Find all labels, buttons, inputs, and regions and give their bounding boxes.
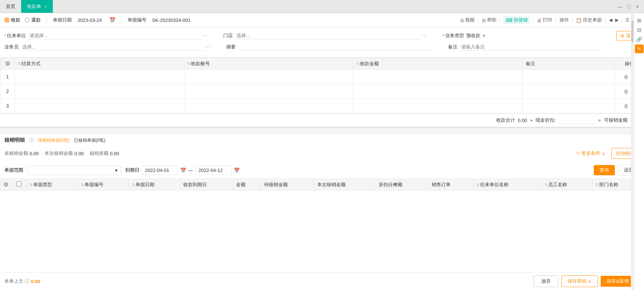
sep-4: | <box>555 17 556 23</box>
sort-settlement[interactable]: ⇅ <box>18 62 21 66</box>
row-1-account[interactable] <box>184 70 353 84</box>
th-account-label: 收款账号 <box>191 60 210 67</box>
row-2-delete-icon[interactable]: 🗑 <box>624 89 629 94</box>
data-table-section: ⚙ ⇅ 结算方式 ⇅ 收款账号 <box>0 58 644 113</box>
row-2-amount[interactable] <box>353 84 523 99</box>
history-icon: 📋 <box>576 17 582 23</box>
row-2-notes[interactable] <box>523 84 615 99</box>
store-input[interactable] <box>235 32 420 39</box>
operation-link[interactable]: 操作 <box>559 17 569 23</box>
notes-input[interactable] <box>460 43 604 51</box>
pending-tab[interactable]: 待核销单据(0笔) <box>38 137 70 144</box>
row-1-delete-icon[interactable]: 🗑 <box>624 74 629 80</box>
sort-department[interactable]: ⇅ <box>596 183 598 187</box>
operation-label: 操作 <box>559 17 569 23</box>
writeoff-info-icon[interactable]: ⓘ <box>29 137 34 144</box>
row-1-settlement[interactable] <box>15 70 184 84</box>
discount-input[interactable] <box>559 117 595 124</box>
sort-account[interactable]: ⇅ <box>187 62 190 66</box>
tab-close-icon[interactable]: × <box>45 4 47 9</box>
tab-home[interactable]: 首页 <box>0 0 21 13</box>
row-2-settlement[interactable] <box>15 84 184 99</box>
section-divider <box>0 127 644 134</box>
row-2-account[interactable] <box>184 84 353 99</box>
footer-info-icon[interactable]: ⓘ <box>25 278 30 285</box>
sort-bill-type[interactable]: ⇅ <box>30 183 32 187</box>
date-end-input[interactable] <box>195 166 232 175</box>
maximize-button[interactable]: □ <box>625 3 632 10</box>
settings-gear-icon: ⚙ <box>620 33 625 39</box>
th-counterpart-label: 往来单位名称 <box>480 181 508 188</box>
nav-right[interactable]: ▶ <box>615 17 619 23</box>
radio-refund[interactable]: 退款 <box>25 17 41 23</box>
row-1-notes[interactable] <box>523 70 615 84</box>
table-row: 1 🗑 ⊕ <box>0 70 644 84</box>
date-calendar-start[interactable]: 📅 <box>180 168 186 173</box>
current-label: 本次核销金额 <box>44 150 73 157</box>
th-settlement: ⇅ 结算方式 <box>15 58 184 70</box>
scrollbar[interactable] <box>631 13 634 290</box>
done-tab[interactable]: 已核销单据(0笔) <box>74 137 106 144</box>
sort-staff[interactable]: ⇅ <box>545 183 547 187</box>
th-current-label: 本次核销金额 <box>317 182 346 187</box>
business-type-selector[interactable]: 预收款 ▾ <box>466 32 485 39</box>
writeoff-section: 核销明细 ⓘ 待核销单据(0笔) 已核销单据(0笔) 未核销金额 0.00 本次… <box>0 134 644 272</box>
more-conditions-btn[interactable]: ▽ 更多条件 ∧ <box>576 150 605 157</box>
row-1-amount[interactable] <box>353 70 523 84</box>
sidebar-link-icon[interactable]: 🔗 <box>635 35 644 44</box>
th-due-date-label: 收款到期日 <box>183 182 207 187</box>
minimize-button[interactable]: — <box>616 3 624 10</box>
date-label: 单据日期 <box>53 17 72 23</box>
radio-receipt[interactable]: 收款 <box>4 17 20 23</box>
scrollbar-thumb[interactable] <box>631 20 633 42</box>
unverified-stat: 未核销金额 0.00 <box>4 150 39 157</box>
sidebar-edit-icon[interactable]: ✎ <box>635 44 644 53</box>
query-button[interactable]: 查询 <box>594 165 615 175</box>
equals-sign: = <box>598 118 601 123</box>
shortcut-link[interactable]: ⌨ 快捷键 <box>503 16 530 24</box>
radio-refund-label: 退款 <box>31 17 41 23</box>
range-label: 单据范围 <box>4 167 23 173</box>
row-3-notes[interactable] <box>523 99 615 113</box>
tab-bar: 首页 收款单 × — □ × <box>0 0 644 13</box>
date-start-input[interactable] <box>142 166 178 175</box>
abandon-button[interactable]: 放弃 <box>534 275 558 287</box>
store-more-btn[interactable]: ··· <box>420 32 428 39</box>
row-3-amount[interactable] <box>353 99 523 113</box>
sidebar-doc-icon[interactable]: ⊟ <box>635 26 644 34</box>
tab-receipt[interactable]: 收款单 × <box>21 0 53 13</box>
video-link[interactable]: ◎ 视频 <box>460 17 475 23</box>
counterpart-input[interactable] <box>28 32 201 39</box>
save-new-label: 保存&新增 <box>606 278 629 285</box>
sidebar-table-icon[interactable]: ⊞ <box>635 16 644 25</box>
nav-left[interactable]: ◀ <box>609 17 612 23</box>
select-all-checkbox[interactable] <box>16 181 21 187</box>
save-draft-button[interactable]: 保存草稿 ∧ <box>561 275 598 287</box>
close-button[interactable]: × <box>634 3 641 10</box>
sort-bill-number[interactable]: ⇅ <box>81 183 84 187</box>
help-link[interactable]: ◎ 帮助 <box>482 17 496 23</box>
bottom-table-gear[interactable]: ⚙ <box>3 181 8 188</box>
business-type-value: 预收款 <box>466 32 480 39</box>
counterpart-more-btn[interactable]: ··· <box>201 32 209 39</box>
business-type-arrow[interactable]: ▾ <box>483 33 485 39</box>
row-3-account[interactable] <box>184 99 353 113</box>
row-3-settlement[interactable] <box>15 99 184 113</box>
sort-bill-date[interactable]: ⇅ <box>132 183 135 187</box>
table-settings-gear[interactable]: ⚙ <box>5 60 10 67</box>
date-calendar-end[interactable]: 📅 <box>234 168 240 173</box>
sort-amount[interactable]: ⇅ <box>356 62 359 66</box>
store-label: 门店 <box>223 32 233 39</box>
print-link[interactable]: 🖨 打印 <box>537 17 552 23</box>
staff-more-btn[interactable]: ··· <box>204 44 212 50</box>
th-current: 本次核销金额 <box>314 179 376 191</box>
th-bill-type: ⇅ 单据类型 <box>27 179 78 191</box>
row-3-delete-icon[interactable]: 🗑 <box>624 103 629 109</box>
list-view[interactable]: ☰ <box>625 17 629 23</box>
staff-input[interactable] <box>21 43 204 51</box>
date-calendar-icon[interactable]: 📅 <box>109 17 115 23</box>
history-link[interactable]: 📋 历史单据 <box>576 17 602 23</box>
range-select[interactable]: ▾ <box>28 166 121 175</box>
sort-counterpart[interactable]: ⇅ <box>476 183 479 187</box>
summary-input[interactable] <box>238 43 433 51</box>
